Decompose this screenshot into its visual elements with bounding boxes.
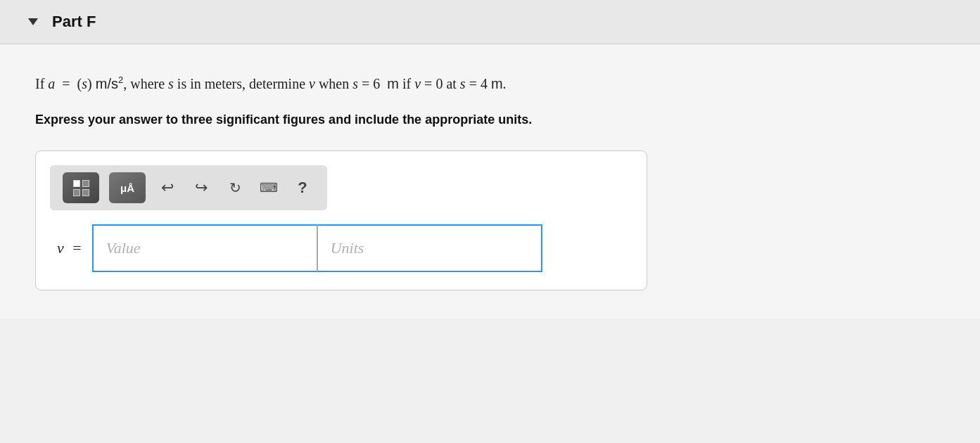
var-v1: v — [309, 76, 315, 91]
input-row: v = — [57, 224, 632, 272]
instructions: Express your answer to three significant… — [35, 110, 945, 129]
var-s1: s — [82, 76, 87, 91]
units-icon-label: μÅ — [120, 182, 134, 194]
answer-toolbar: μÅ ↩ ↪ ↻ ⌨ — [50, 165, 327, 210]
matrix-cell-3 — [73, 189, 80, 196]
matrix-button[interactable] — [63, 172, 99, 203]
content-area: If a = (s) m/s2, where s is in meters, d… — [0, 44, 980, 319]
chevron-down-icon[interactable] — [28, 18, 38, 25]
unit-ms2: m/s2 — [96, 76, 123, 91]
units-button[interactable]: μÅ — [109, 172, 146, 203]
v-equals-label: v = — [57, 239, 82, 257]
matrix-cell-2 — [82, 180, 89, 187]
page-container: Part F If a = (s) m/s2, where s is in me… — [0, 0, 980, 443]
value-input[interactable] — [92, 224, 317, 272]
v-variable: v — [57, 239, 64, 257]
matrix-cell-4 — [82, 189, 89, 196]
units-input[interactable] — [317, 224, 542, 272]
keyboard-button[interactable]: ⌨ — [257, 176, 281, 200]
undo-button[interactable]: ↩ — [155, 176, 179, 200]
refresh-button[interactable]: ↻ — [223, 176, 247, 200]
matrix-cell-1 — [73, 180, 80, 187]
var-a: a — [48, 76, 55, 91]
matrix-icon — [73, 180, 89, 196]
redo-button[interactable]: ↪ — [189, 176, 213, 200]
var-s2: s — [168, 76, 174, 91]
part-header: Part F — [0, 0, 980, 44]
answer-box: μÅ ↩ ↪ ↻ ⌨ — [35, 150, 647, 290]
part-title: Part F — [52, 13, 96, 31]
var-v2: v — [414, 76, 421, 91]
help-button[interactable]: ? — [291, 176, 314, 200]
unit-m1: m — [387, 76, 399, 91]
var-s4: s — [460, 76, 466, 91]
unit-m2: m — [491, 76, 503, 91]
var-s3: s — [352, 76, 358, 91]
problem-statement: If a = (s) m/s2, where s is in meters, d… — [35, 72, 945, 95]
